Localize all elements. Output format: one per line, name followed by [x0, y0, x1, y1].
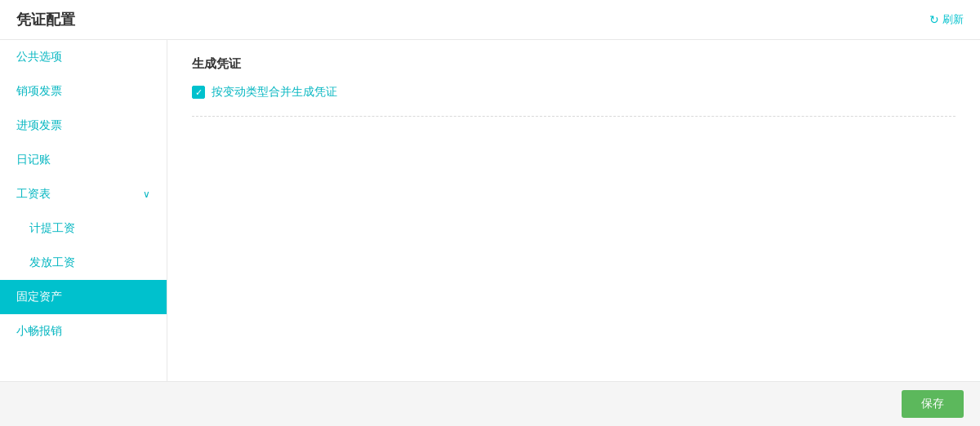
- sidebar-item-label: 发放工资: [29, 255, 75, 270]
- sidebar-item-purchase-invoice[interactable]: 进项发票: [0, 109, 167, 143]
- sidebar-item-fixed-assets[interactable]: 固定资产: [0, 280, 167, 314]
- sidebar-item-label: 日记账: [16, 153, 51, 167]
- sidebar-item-label: 销项发票: [16, 84, 62, 99]
- sidebar-item-payroll[interactable]: 工资表∨: [0, 177, 167, 211]
- merge-checkbox[interactable]: ✓: [192, 86, 205, 99]
- checkmark-icon: ✓: [195, 88, 203, 97]
- checkbox-row: ✓ 按变动类型合并生成凭证: [192, 85, 956, 100]
- sidebar-item-distribute[interactable]: 发放工资: [0, 246, 167, 280]
- sidebar-item-label: 工资表: [16, 187, 51, 202]
- sidebar-item-accrual[interactable]: 计提工资: [0, 211, 167, 246]
- page-header: 凭证配置 ↻ 刷新: [0, 0, 980, 40]
- sidebar-item-label: 公共选项: [16, 50, 62, 64]
- sidebar-item-public[interactable]: 公共选项: [0, 40, 167, 74]
- sidebar-item-label: 进项发票: [16, 118, 62, 133]
- section-title: 生成凭证: [192, 56, 956, 72]
- page-footer: 保存: [0, 381, 980, 426]
- refresh-label: 刷新: [942, 12, 964, 27]
- section-divider: [192, 116, 956, 117]
- sidebar-item-label: 固定资产: [16, 290, 62, 304]
- sidebar-item-label: 小畅报销: [16, 324, 62, 339]
- sidebar-item-journal[interactable]: 日记账: [0, 143, 167, 177]
- checkbox-label[interactable]: 按变动类型合并生成凭证: [212, 85, 337, 100]
- chevron-down-icon: ∨: [143, 189, 150, 200]
- content-area: 生成凭证 ✓ 按变动类型合并生成凭证: [167, 40, 980, 381]
- refresh-button[interactable]: ↻ 刷新: [929, 12, 964, 27]
- main-layout: 公共选项销项发票进项发票日记账工资表∨计提工资发放工资固定资产小畅报销 生成凭证…: [0, 40, 980, 381]
- sidebar: 公共选项销项发票进项发票日记账工资表∨计提工资发放工资固定资产小畅报销: [0, 40, 167, 381]
- refresh-icon: ↻: [929, 13, 939, 26]
- sidebar-item-label: 计提工资: [29, 221, 75, 236]
- save-button[interactable]: 保存: [902, 390, 964, 418]
- sidebar-item-petty-cash[interactable]: 小畅报销: [0, 314, 167, 348]
- sidebar-item-sales-invoice[interactable]: 销项发票: [0, 74, 167, 109]
- page-title: 凭证配置: [16, 10, 75, 29]
